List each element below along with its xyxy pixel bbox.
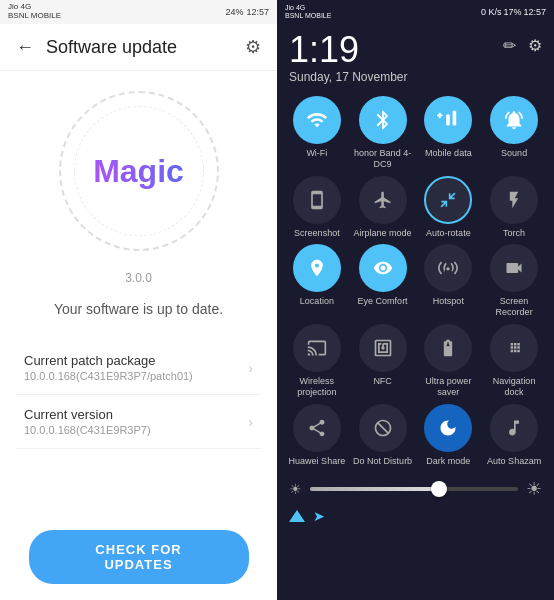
version-content: Current version 10.0.0.168(C431E9R3P7)	[24, 407, 248, 436]
tile-dark-mode[interactable]: Dark mode	[419, 404, 479, 467]
tile-airplane[interactable]: Airplane mode	[353, 176, 413, 239]
info-list: Current patch package 10.0.0.168(C431E9R…	[16, 341, 261, 449]
tile-eye-comfort[interactable]: Eye Comfort	[353, 244, 413, 318]
software-update-panel: Jio 4G BSNL MOBILE 24% 12:57 ← Software …	[0, 0, 277, 600]
tile-torch[interactable]: Torch	[484, 176, 544, 239]
nav-up-arrow[interactable]	[289, 510, 305, 522]
tile-huawei-share[interactable]: Huawei Share	[287, 404, 347, 467]
tile-wifi-label: Wi-Fi	[306, 148, 327, 159]
patch-label: Current patch package	[24, 353, 248, 368]
brightness-slider[interactable]	[310, 487, 518, 491]
carrier-info-left: Jio 4G BSNL MOBILE	[8, 3, 61, 21]
hotspot-icon	[424, 244, 472, 292]
outer-circle: Magic	[59, 91, 219, 251]
app-header: ← Software update ⚙	[0, 24, 277, 71]
sound-icon	[490, 96, 538, 144]
tiles-grid: Wi-Fi honor Band 4-DC9 Mobile data Sound	[277, 88, 554, 474]
check-button-container: CHECK FOR UPDATES	[0, 514, 277, 600]
screen-recorder-icon	[490, 244, 538, 292]
tile-bluetooth[interactable]: honor Band 4-DC9	[353, 96, 413, 170]
tile-mobile-data-label: Mobile data	[425, 148, 472, 159]
brightness-track	[310, 487, 435, 491]
tile-sound[interactable]: Sound	[484, 96, 544, 170]
tile-sound-label: Sound	[501, 148, 527, 159]
time-large: 1:19	[289, 32, 408, 68]
version-text: 3.0.0	[125, 271, 152, 285]
autorotate-icon	[424, 176, 472, 224]
tile-wifi[interactable]: Wi-Fi	[287, 96, 347, 170]
time-display: 1:19 Sunday, 17 November	[289, 32, 408, 84]
tile-autorotate-label: Auto-rotate	[426, 228, 471, 239]
brightness-high-icon: ☀	[526, 478, 542, 500]
mobile-data-icon	[424, 96, 472, 144]
bluetooth-icon	[359, 96, 407, 144]
tile-location-label: Location	[300, 296, 334, 307]
carrier2-left: BSNL MOBILE	[8, 12, 61, 21]
airplane-icon	[359, 176, 407, 224]
status-icons-left: 24% 12:57	[225, 7, 269, 17]
status-bar-right: Jio 4G BSNL MOBILE 0 K/s 17% 12:57	[277, 0, 554, 24]
settings-icon-right[interactable]: ⚙	[528, 36, 542, 55]
brightness-low-icon: ☀	[289, 481, 302, 497]
logo-circle-container: Magic	[59, 91, 219, 251]
tile-hotspot-label: Hotspot	[433, 296, 464, 307]
tile-autorotate[interactable]: Auto-rotate	[419, 176, 479, 239]
tile-mobile-data[interactable]: Mobile data	[419, 96, 479, 170]
version-info-item[interactable]: Current version 10.0.0.168(C431E9R3P7) ›	[16, 395, 261, 449]
settings-icon[interactable]: ⚙	[245, 36, 261, 58]
time-left: 12:57	[246, 7, 269, 17]
tile-auto-shazam-label: Auto Shazam	[487, 456, 541, 467]
nav-right-arrow[interactable]: ➤	[313, 508, 325, 524]
header-left: ← Software update	[16, 37, 177, 58]
tile-wireless[interactable]: Wireless projection	[287, 324, 347, 398]
tile-nfc-label: NFC	[373, 376, 392, 387]
tile-screenshot[interactable]: Screenshot	[287, 176, 347, 239]
time-right: 12:57	[523, 7, 546, 17]
tile-nfc[interactable]: NFC	[353, 324, 413, 398]
auto-shazam-icon	[490, 404, 538, 452]
status-bar-left: Jio 4G BSNL MOBILE 24% 12:57	[0, 0, 277, 24]
patch-content: Current patch package 10.0.0.168(C431E9R…	[24, 353, 248, 382]
tile-hotspot[interactable]: Hotspot	[419, 244, 479, 318]
inner-circle: Magic	[74, 106, 204, 236]
page-title: Software update	[46, 37, 177, 58]
tile-screen-recorder[interactable]: Screen Recorder	[484, 244, 544, 318]
nfc-icon	[359, 324, 407, 372]
check-updates-button[interactable]: CHECK FOR UPDATES	[29, 530, 249, 584]
wifi-icon	[293, 96, 341, 144]
tile-ultra-power-label: Ultra power saver	[419, 376, 479, 398]
quick-settings-panel: Jio 4G BSNL MOBILE 0 K/s 17% 12:57 1:19 …	[277, 0, 554, 600]
tile-auto-shazam[interactable]: Auto Shazam	[484, 404, 544, 467]
dnd-icon	[359, 404, 407, 452]
tile-nav-dock-label: Navigation dock	[484, 376, 544, 398]
location-icon	[293, 244, 341, 292]
nav-dock-icon	[490, 324, 538, 372]
tile-airplane-label: Airplane mode	[354, 228, 412, 239]
tile-ultra-power[interactable]: Ultra power saver	[419, 324, 479, 398]
tile-nav-dock[interactable]: Navigation dock	[484, 324, 544, 398]
tile-location[interactable]: Location	[287, 244, 347, 318]
tile-wireless-label: Wireless projection	[287, 376, 347, 398]
magic-logo-text: Magic	[93, 153, 184, 190]
bottom-nav: ➤	[277, 504, 554, 528]
version-chevron: ›	[248, 414, 253, 430]
battery-left: 24%	[225, 7, 243, 17]
tile-huawei-share-label: Huawei Share	[289, 456, 346, 467]
tile-screenshot-label: Screenshot	[294, 228, 340, 239]
brightness-thumb[interactable]	[431, 481, 447, 497]
wireless-projection-icon	[293, 324, 341, 372]
back-button[interactable]: ←	[16, 37, 34, 58]
data-speed: 0 K/s	[481, 7, 502, 17]
tile-torch-label: Torch	[503, 228, 525, 239]
status-icons-right: 0 K/s 17% 12:57	[481, 7, 546, 17]
brightness-row: ☀ ☀	[277, 474, 554, 504]
tile-dnd[interactable]: Do Not Disturb	[353, 404, 413, 467]
patch-info-item[interactable]: Current patch package 10.0.0.168(C431E9R…	[16, 341, 261, 395]
tile-bluetooth-label: honor Band 4-DC9	[353, 148, 413, 170]
eye-comfort-icon	[359, 244, 407, 292]
version-label: Current version	[24, 407, 248, 422]
tile-eye-comfort-label: Eye Comfort	[358, 296, 408, 307]
patch-value: 10.0.0.168(C431E9R3P7/patch01)	[24, 370, 248, 382]
update-content: Magic 3.0.0 Your software is up to date.…	[0, 71, 277, 514]
edit-icon[interactable]: ✏	[503, 36, 516, 55]
